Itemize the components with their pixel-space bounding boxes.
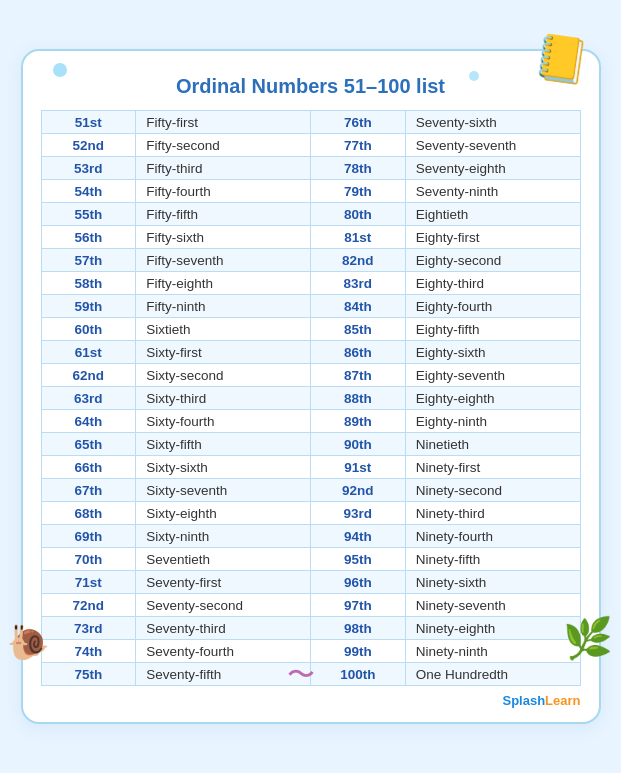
ordinal-word-right: Ninety-first [405,456,580,479]
ordinal-number-left: 71st [41,571,136,594]
ordinal-number-left: 59th [41,295,136,318]
table-row: 64thSixty-fourth89thEighty-ninth [41,410,580,433]
table-row: 65thSixty-fifth90thNinetieth [41,433,580,456]
table-row: 72ndSeventy-second97thNinety-seventh [41,594,580,617]
ordinal-number-right: 93rd [310,502,405,525]
ordinal-word-left: Sixty-third [136,387,311,410]
swirl-decoration: 〜 [287,656,315,694]
ordinal-number-right: 97th [310,594,405,617]
table-row: 61stSixty-first86thEighty-sixth [41,341,580,364]
ordinal-number-right: 85th [310,318,405,341]
ordinal-word-left: Fifty-third [136,157,311,180]
plant-decoration: 🌿 [563,615,613,662]
ordinal-word-left: Sixty-fifth [136,433,311,456]
ordinal-word-right: Seventy-eighth [405,157,580,180]
ordinal-word-left: Fifty-ninth [136,295,311,318]
ordinal-number-left: 63rd [41,387,136,410]
table-row: 66thSixty-sixth91stNinety-first [41,456,580,479]
ordinal-word-right: Eighty-fifth [405,318,580,341]
table-row: 67thSixty-seventh92ndNinety-second [41,479,580,502]
ordinal-word-right: Ninety-second [405,479,580,502]
ordinal-number-right: 82nd [310,249,405,272]
ordinal-word-left: Seventy-first [136,571,311,594]
ordinal-word-left: Sixty-second [136,364,311,387]
ordinal-word-left: Fifty-fourth [136,180,311,203]
ordinal-number-right: 94th [310,525,405,548]
ordinal-word-left: Fifty-eighth [136,272,311,295]
ordinal-number-left: 73rd [41,617,136,640]
ordinal-word-left: Sixtieth [136,318,311,341]
ordinal-number-right: 92nd [310,479,405,502]
ordinal-number-left: 66th [41,456,136,479]
ordinal-number-left: 55th [41,203,136,226]
table-row: 62ndSixty-second87thEighty-seventh [41,364,580,387]
ordinal-number-left: 75th [41,663,136,686]
ordinal-number-right: 76th [310,111,405,134]
ordinal-number-left: 69th [41,525,136,548]
ordinal-word-right: Ninety-sixth [405,571,580,594]
ordinal-number-right: 79th [310,180,405,203]
ordinal-number-left: 52nd [41,134,136,157]
table-row: 51stFifty-first76thSeventy-sixth [41,111,580,134]
notebook-decoration: 📒 [530,29,592,88]
ordinal-number-left: 68th [41,502,136,525]
ordinal-word-right: Ninety-seventh [405,594,580,617]
table-row: 69thSixty-ninth94thNinety-fourth [41,525,580,548]
ordinal-number-right: 91st [310,456,405,479]
page-title: Ordinal Numbers 51–100 list [41,75,581,98]
ordinal-number-left: 54th [41,180,136,203]
table-row: 63rdSixty-third88thEighty-eighth [41,387,580,410]
ordinal-number-left: 72nd [41,594,136,617]
table-row: 68thSixty-eighth93rdNinety-third [41,502,580,525]
ordinal-word-left: Fifty-sixth [136,226,311,249]
table-row: 56thFifty-sixth81stEighty-first [41,226,580,249]
table-row: 60thSixtieth85thEighty-fifth [41,318,580,341]
ordinal-word-left: Fifty-fifth [136,203,311,226]
ordinal-number-right: 84th [310,295,405,318]
ordinal-word-left: Sixty-first [136,341,311,364]
ordinal-word-left: Seventy-third [136,617,311,640]
ordinal-number-left: 57th [41,249,136,272]
ordinal-number-left: 65th [41,433,136,456]
ordinal-number-right: 83rd [310,272,405,295]
ordinal-number-right: 99th [310,640,405,663]
brand-label: SplashLearn [41,693,581,708]
card: 📒 Ordinal Numbers 51–100 list 51stFifty-… [21,49,601,724]
ordinal-word-right: Eighty-eighth [405,387,580,410]
ordinal-word-left: Fifty-second [136,134,311,157]
ordinal-number-right: 95th [310,548,405,571]
brand-prefix: Splash [502,693,545,708]
table-row: 58thFifty-eighth83rdEighty-third [41,272,580,295]
ordinal-word-right: Eighty-seventh [405,364,580,387]
ordinal-word-left: Seventy-second [136,594,311,617]
ordinal-word-right: Seventy-ninth [405,180,580,203]
ordinal-number-left: 60th [41,318,136,341]
ordinal-number-left: 61st [41,341,136,364]
ordinal-word-right: Eighty-ninth [405,410,580,433]
ordinal-word-left: Sixty-sixth [136,456,311,479]
ordinal-number-right: 88th [310,387,405,410]
ordinal-word-left: Sixty-fourth [136,410,311,433]
ordinal-word-left: Sixty-seventh [136,479,311,502]
ordinal-word-right: One Hundredth [405,663,580,686]
deco-circle2 [469,71,479,81]
ordinal-number-right: 87th [310,364,405,387]
ordinal-word-right: Ninetieth [405,433,580,456]
ordinal-number-left: 51st [41,111,136,134]
snail-decoration: 🐌 [7,622,49,662]
ordinal-number-left: 58th [41,272,136,295]
ordinal-table: 51stFifty-first76thSeventy-sixth52ndFift… [41,110,581,686]
ordinal-word-right: Ninety-ninth [405,640,580,663]
ordinal-number-left: 74th [41,640,136,663]
ordinal-word-right: Seventy-sixth [405,111,580,134]
table-row: 54thFifty-fourth79thSeventy-ninth [41,180,580,203]
ordinal-number-right: 81st [310,226,405,249]
ordinal-word-right: Ninety-fifth [405,548,580,571]
ordinal-word-left: Seventy-fifth [136,663,311,686]
table-row: 57thFifty-seventh82ndEighty-second [41,249,580,272]
ordinal-word-left: Sixty-ninth [136,525,311,548]
ordinal-word-left: Fifty-first [136,111,311,134]
ordinal-word-right: Eighty-sixth [405,341,580,364]
ordinal-number-right: 78th [310,157,405,180]
ordinal-word-right: Eighty-fourth [405,295,580,318]
